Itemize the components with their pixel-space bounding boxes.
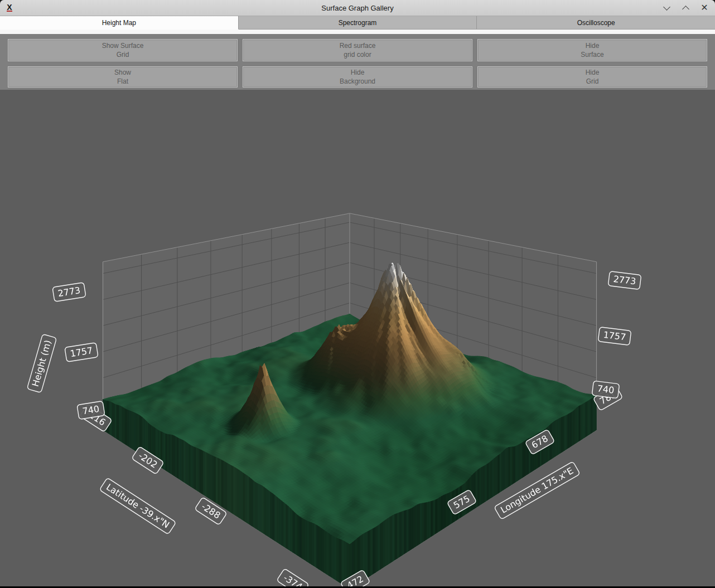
button-label-line: Grid xyxy=(586,77,599,86)
shade-window-button[interactable] xyxy=(661,3,671,13)
close-window-button[interactable]: ✕ xyxy=(699,3,709,13)
close-icon: ✕ xyxy=(700,3,708,12)
surface-chart-area[interactable] xyxy=(0,90,715,586)
button-label-line: grid color xyxy=(344,50,371,59)
maximize-window-button[interactable] xyxy=(680,3,690,13)
button-label-line: Background xyxy=(340,77,375,86)
toggle-grid-button[interactable]: Hide Grid xyxy=(477,66,707,88)
button-label-line: Hide xyxy=(351,68,365,77)
chevron-down-icon xyxy=(663,3,670,11)
button-label-line: Surface xyxy=(581,50,603,59)
titlebar[interactable]: X Surface Graph Gallery ✕ xyxy=(0,0,715,16)
button-label-line: Red surface xyxy=(340,41,376,50)
tab-pane-margin xyxy=(0,30,715,34)
window-controls: ✕ xyxy=(661,0,709,16)
app-icon: X xyxy=(4,3,15,13)
app-window: X Surface Graph Gallery ✕ Height Map Spe… xyxy=(0,0,715,588)
window-title: Surface Graph Gallery xyxy=(0,4,715,12)
chevron-up-icon xyxy=(682,6,689,13)
button-label-line: Hide xyxy=(586,68,600,77)
button-label-line: Hide xyxy=(586,41,600,50)
tab-spectrogram[interactable]: Spectrogram xyxy=(239,16,477,29)
toggle-surface-button[interactable]: Hide Surface xyxy=(477,39,707,61)
button-label-line: Flat xyxy=(117,77,128,86)
tab-height-map[interactable]: Height Map xyxy=(0,16,239,30)
button-label-line: Show Surface xyxy=(102,41,144,50)
tab-bar: Height Map Spectrogram Oscilloscope xyxy=(0,16,715,30)
toggle-flat-button[interactable]: Show Flat xyxy=(8,66,238,88)
tab-oscilloscope[interactable]: Oscilloscope xyxy=(477,16,715,29)
surface-3d-canvas[interactable] xyxy=(0,90,715,586)
surface-grid-color-button[interactable]: Red surface grid color xyxy=(243,39,472,61)
button-label-line: Grid xyxy=(117,50,129,59)
controls-panel: Show Surface Grid Red surface grid color… xyxy=(0,34,715,90)
toggle-background-button[interactable]: Hide Background xyxy=(243,66,472,88)
app-icon-glyph: X xyxy=(7,4,12,12)
toggle-surface-grid-button[interactable]: Show Surface Grid xyxy=(8,39,238,61)
button-label-line: Show xyxy=(114,68,131,77)
